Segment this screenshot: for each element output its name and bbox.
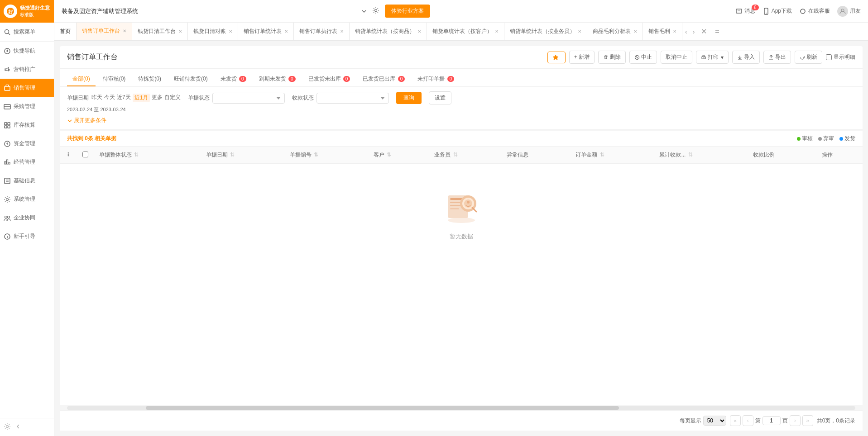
show-detail-input[interactable] [826,54,832,60]
refresh-btn[interactable]: 刷新 [795,51,822,64]
sidebar-item-baseinfo[interactable]: 基础信息 [0,171,54,190]
batch-ship-btn[interactable]: 发货 [839,135,855,142]
pagination-next-btn[interactable]: › [790,415,801,426]
tab-expand-btn[interactable] [710,23,724,41]
horizontal-scrollbar[interactable] [60,405,863,410]
filter-tab-unprinted[interactable]: 未打印单据 0 [412,72,460,86]
tab-sales-order[interactable]: 销售订单工作台 ✕ [77,23,132,41]
tab-close-all-btn[interactable]: ✕ [697,23,710,41]
tab-margin-analysis[interactable]: 商品毛利分析表 ✕ [587,23,643,41]
shortcut-custom[interactable]: 自定义 [164,94,181,102]
pagination-last-btn[interactable]: » [802,415,813,426]
tab-sales-order-close[interactable]: ✕ [123,28,126,33]
select-all-checkbox[interactable] [82,152,88,157]
tab-sales-margin[interactable]: 销售毛利 ✕ [643,23,682,41]
sidebar-item-sales[interactable]: 销售管理 [0,79,54,97]
shortcut-today[interactable]: 今天 [104,94,115,102]
shortcut-1month[interactable]: 近1月 [133,94,150,102]
sidebar-item-search[interactable]: 搜索菜单 [0,23,54,42]
col-staff-sort[interactable]: ⇅ [453,152,458,158]
print-btn[interactable]: 打印 ▾ [696,51,729,64]
col-number-sort[interactable]: ⇅ [314,152,318,158]
filter-tab-overdue[interactable]: 到期未发货 0 [254,72,301,86]
per-page-select[interactable]: 50 10 20 100 [703,416,726,426]
import-btn[interactable]: 导入 [732,51,760,64]
online-service-btn[interactable]: 在线客服 [799,7,830,15]
tab-nav-prev[interactable]: ‹ [682,23,690,41]
tab-nav-next[interactable]: › [690,23,698,41]
tab-sales-staff-close[interactable]: ✕ [578,29,581,34]
filter-tab-wangpu[interactable]: 旺铺待发货(0) [168,72,213,86]
filter-tab-picking[interactable]: 待拣货(0) [133,72,167,86]
pagination-first-btn[interactable]: « [730,415,741,426]
filter-tab-pending-review[interactable]: 待审核(0) [97,72,131,86]
batch-abandon-btn[interactable]: 弃审 [818,135,834,142]
scrollbar-thumb[interactable] [146,406,619,410]
tab-sales-stats[interactable]: 销售订单统计表 ✕ [238,23,294,41]
page-input[interactable] [762,416,781,425]
status-select[interactable] [212,93,285,104]
messages-btn[interactable]: 消息 6 [735,7,755,15]
col-customer-sort[interactable]: ⇅ [387,152,391,158]
tab-sales-exec[interactable]: 销售订单执行表 ✕ [294,23,350,41]
tab-sales-customer[interactable]: 销货单统计表（按客户） ✕ [427,23,504,41]
filter-settings-btn[interactable]: 设置 [429,91,451,104]
tab-cash-reconcile-close[interactable]: ✕ [229,29,232,34]
tab-sales-goods[interactable]: 销货单统计表（按商品） ✕ [350,23,427,41]
expand-conditions-btn[interactable]: 展开更多条件 [67,117,855,124]
show-detail-checkbox[interactable]: 显示明细 [826,53,855,61]
filter-tab-shipped-out[interactable]: 已发货已出库 0 [357,72,410,86]
tab-home[interactable]: 首页 [54,23,77,41]
query-btn[interactable]: 查询 [396,92,422,104]
pagination-prev-btn[interactable]: ‹ [743,415,753,426]
sidebar-item-marketing[interactable]: 营销推广 [0,60,54,79]
col-status-sort[interactable]: ⇅ [134,152,139,158]
shortcut-7days[interactable]: 近7天 [117,94,131,102]
cancel-suspend-btn[interactable]: 取消中止 [661,51,692,64]
user-menu[interactable]: 用友 [837,6,861,17]
dropdown-icon[interactable] [361,9,367,14]
gear-settings-icon[interactable] [372,7,379,15]
col-date-sort[interactable]: ⇅ [230,152,235,158]
tab-sales-exec-close[interactable]: ✕ [340,29,344,34]
tab-cash-daily-close[interactable]: ✕ [178,29,182,34]
col-settings-icon[interactable] [65,151,72,157]
suspend-btn[interactable]: 中止 [629,51,657,64]
sidebar-item-quicknav[interactable]: 快捷导航 [0,42,54,60]
tab-cash-daily[interactable]: 钱货日清工作台 ✕ [132,23,188,41]
sidebar-item-inventory[interactable]: 库存核算 [0,116,54,134]
sidebar-item-fund[interactable]: 资金管理 [0,134,54,153]
export-btn[interactable]: 导出 [763,51,791,64]
filter-tab-shipped-not-out[interactable]: 已发货未出库 0 [303,72,356,86]
settings-gear-icon[interactable] [4,423,11,431]
tab-margin-analysis-close[interactable]: ✕ [633,29,637,34]
sidebar-collapse-btn[interactable] [14,423,22,431]
sidebar-item-management[interactable]: 经营管理 [0,153,54,171]
smart-create-btn[interactable] [547,52,566,63]
solution-btn[interactable]: 体验行业方案 [385,5,430,18]
shortcut-yesterday[interactable]: 昨天 [91,94,102,102]
sidebar-item-guide[interactable]: 新手引导 [0,227,54,246]
col-amount-sort[interactable]: ⇅ [600,152,604,158]
sidebar-item-purchase[interactable]: 采购管理 [0,97,54,116]
print-dropdown[interactable]: ▾ [721,54,724,61]
delete-btn[interactable]: 删除 [598,51,626,64]
tab-sales-margin-close[interactable]: ✕ [673,29,676,34]
tab-sales-goods-close[interactable]: ✕ [417,29,421,34]
batch-review-btn[interactable]: 审核 [797,135,813,142]
col-cumulative-sort[interactable]: ⇅ [688,152,693,158]
tab-sales-staff[interactable]: 销货单统计表（按业务员） ✕ [504,23,587,41]
app-download-btn[interactable]: App下载 [762,7,792,15]
filter-tab-unshipped[interactable]: 未发货 0 [215,72,252,86]
filter-tab-all[interactable]: 全部(0) [67,72,96,86]
sidebar-item-system[interactable]: 系统管理 [0,190,54,209]
sidebar-item-cooperation[interactable]: 企业协同 [0,209,54,227]
payment-select[interactable] [317,93,389,104]
tab-sales-customer-close[interactable]: ✕ [495,29,499,34]
shortcut-more[interactable]: 更多 [152,94,163,102]
overdue-badge: 0 [288,76,296,82]
add-btn[interactable]: + 新增 [569,51,595,64]
tab-cash-reconcile[interactable]: 钱货日清对账 ✕ [188,23,238,41]
tab-sales-stats-close[interactable]: ✕ [284,29,288,34]
table-scroll-area[interactable]: 单据整体状态 ⇅ 单据日期 ⇅ 单据编号 ⇅ [60,147,863,405]
